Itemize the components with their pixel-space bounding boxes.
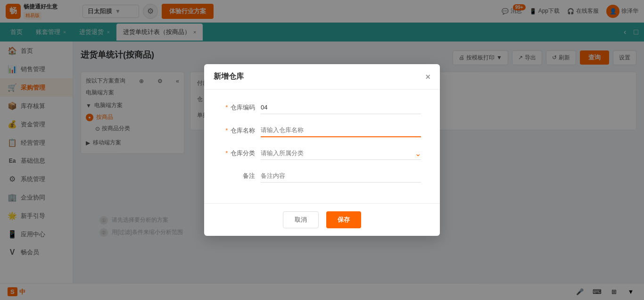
form-row-remark: 备注: [223, 169, 421, 183]
category-label: * 仓库分类: [223, 149, 261, 158]
modal-close-button[interactable]: ×: [425, 73, 430, 81]
save-button[interactable]: 保存: [326, 211, 361, 228]
cancel-button[interactable]: 取消: [283, 211, 319, 228]
category-select-container: ⌄: [261, 147, 421, 160]
modal-title: 新增仓库: [214, 72, 244, 82]
modal-header: 新增仓库 ×: [204, 64, 440, 90]
form-row-name: * 仓库名称: [223, 124, 421, 137]
remark-label: 备注: [223, 172, 261, 180]
modal-body: * 仓库编码 * 仓库名称 * 仓库分类: [204, 90, 440, 203]
name-label: * 仓库名称: [223, 126, 261, 135]
remark-input[interactable]: [261, 169, 421, 183]
modal-footer: 取消 保存: [204, 203, 440, 236]
code-required-star: *: [225, 104, 228, 111]
category-dropdown-icon[interactable]: ⌄: [415, 149, 421, 158]
code-label: * 仓库编码: [223, 103, 261, 112]
form-row-code: * 仓库编码: [223, 101, 421, 114]
name-input[interactable]: [261, 124, 421, 137]
category-required-star: *: [225, 150, 228, 157]
code-input[interactable]: [261, 101, 421, 114]
name-required-star: *: [225, 127, 228, 134]
form-row-category: * 仓库分类 ⌄: [223, 147, 421, 160]
add-warehouse-modal: 新增仓库 × * 仓库编码 * 仓库名称: [204, 64, 440, 236]
category-input[interactable]: [261, 147, 421, 160]
modal-overlay: 新增仓库 × * 仓库编码 * 仓库名称: [0, 0, 644, 300]
